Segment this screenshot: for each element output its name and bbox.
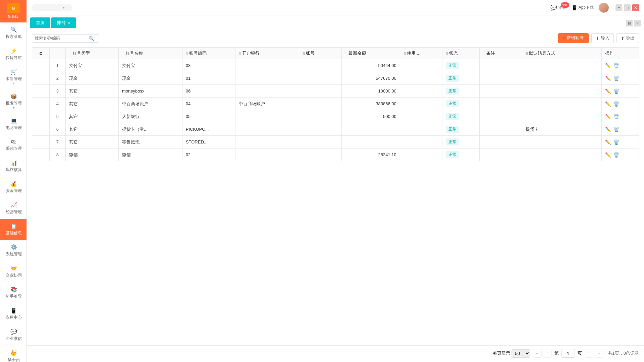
col-name[interactable]: ⇅账号名称	[118, 48, 182, 59]
col-remark[interactable]: ⇅备注	[480, 48, 522, 59]
col-default-payment[interactable]: ⇅默认结算方式	[522, 48, 601, 59]
message-button[interactable]: 💬 消息 99+	[550, 4, 567, 11]
delete-icon[interactable]: 🗑️	[613, 88, 619, 94]
close-button[interactable]: ✕	[632, 4, 639, 11]
col-bank[interactable]: ⇅开户银行	[235, 48, 299, 59]
row-remark	[480, 72, 522, 85]
row-settings-cell	[32, 123, 50, 136]
tab-close-all-button[interactable]: ✕	[634, 20, 641, 26]
retail-icon: 🛒	[10, 69, 17, 75]
col-action-label: 操作	[605, 51, 614, 56]
page-size-select[interactable]: 50 100 200	[512, 349, 530, 358]
col-balance[interactable]: ⇅最新余额	[341, 48, 400, 59]
system-icon: ⚙️	[10, 244, 17, 250]
edit-icon[interactable]: ✏️	[605, 101, 611, 107]
row-type: 其它	[65, 98, 118, 110]
status-badge: 正常	[446, 87, 459, 95]
delete-icon[interactable]: 🗑️	[613, 76, 619, 81]
col-bank-label: 开户银行	[242, 51, 260, 56]
search-box[interactable]: 🔍	[32, 34, 99, 43]
tab-accounts[interactable]: 账号 ✕	[51, 17, 76, 28]
row-type: 现金	[65, 72, 118, 85]
sidebar-item-ecommerce[interactable]: 💻 电商管理	[0, 114, 26, 135]
row-code: 01	[182, 72, 235, 85]
sidebar-item-ops[interactable]: 📈 经营管理	[0, 198, 26, 219]
app-logo[interactable]: 畅 乐版版	[0, 0, 26, 22]
row-default-payment	[522, 98, 601, 110]
row-num: 7	[50, 136, 65, 148]
col-account[interactable]: ⇅账号	[299, 48, 342, 59]
next-page-button[interactable]: ›	[585, 349, 593, 358]
maximize-button[interactable]: □	[624, 4, 631, 11]
status-badge: 正常	[446, 75, 459, 82]
tab-home[interactable]: 首页	[30, 17, 50, 28]
status-badge: 正常	[446, 100, 459, 107]
sidebar-item-quick-nav[interactable]: ⚡ 快捷导航	[0, 44, 26, 65]
delete-icon[interactable]: 🗑️	[613, 152, 619, 158]
sidebar-item-purchase[interactable]: 🛍 采购管理	[0, 135, 26, 156]
prev-page-button[interactable]: ‹	[543, 349, 552, 358]
sidebar-item-retail-mgmt[interactable]: 🛒 零售管理 ▼	[0, 65, 26, 89]
sidebar-item-search-menu[interactable]: 🔍 搜索菜单	[0, 22, 26, 44]
tab-accounts-label: 账号	[57, 20, 66, 26]
sidebar-item-basic-info[interactable]: 📋 基础信息	[0, 219, 26, 240]
app-download-button[interactable]: 📱 App下载	[572, 5, 594, 10]
edit-icon[interactable]: ✏️	[605, 88, 611, 94]
row-settings-cell	[32, 72, 50, 85]
edit-icon[interactable]: ✏️	[605, 114, 611, 119]
sidebar-item-label: 系统管理	[6, 251, 22, 257]
header-dropdown-icon[interactable]: ▼	[62, 6, 65, 9]
col-usage[interactable]: ⇅使用...	[400, 48, 442, 59]
delete-icon[interactable]: 🗑️	[613, 63, 619, 68]
sidebar-item-app-center[interactable]: 📱 应用中心	[0, 303, 26, 324]
import-button[interactable]: ⬇ 导入	[591, 33, 614, 43]
edit-icon[interactable]: ✏️	[605, 152, 611, 158]
col-type[interactable]: ⇅账号类型	[65, 48, 118, 59]
minimize-button[interactable]: －	[615, 4, 622, 11]
edit-icon[interactable]: ✏️	[605, 127, 611, 132]
col-status[interactable]: ⇅状态	[442, 48, 480, 59]
row-name: 微信	[118, 148, 182, 161]
edit-icon[interactable]: ✏️	[605, 76, 611, 81]
search-input[interactable]	[35, 36, 89, 41]
delete-icon[interactable]: 🗑️	[613, 114, 619, 119]
pagination-bar: 每页显示 50 100 200 « ‹ 第 页 › » 共1页，8条记录	[27, 345, 644, 361]
page-input[interactable]	[561, 349, 575, 358]
sidebar-item-capital[interactable]: 💰 资金管理	[0, 177, 26, 198]
search-icon[interactable]: 🔍	[89, 36, 94, 41]
col-settings[interactable]: ⚙	[32, 48, 50, 59]
sidebar-item-inventory[interactable]: 📊 库存核算	[0, 156, 26, 177]
last-page-button[interactable]: »	[595, 349, 603, 358]
sidebar-item-enterprise[interactable]: 🤝 企业协同	[0, 261, 26, 282]
header-search-input[interactable]	[35, 5, 62, 10]
status-badge: 正常	[446, 62, 459, 69]
first-page-button[interactable]: «	[533, 349, 542, 358]
delete-icon[interactable]: 🗑️	[613, 139, 619, 145]
edit-icon[interactable]: ✏️	[605, 63, 611, 68]
tab-close-icon[interactable]: ✕	[67, 21, 70, 25]
sidebar-item-membership[interactable]: 👑 畅会员	[0, 346, 26, 362]
user-avatar[interactable]	[599, 3, 609, 13]
edit-icon[interactable]: ✏️	[605, 139, 611, 145]
add-account-button[interactable]: + 新增账号	[558, 33, 589, 43]
export-button[interactable]: ⬆ 导出	[616, 33, 639, 43]
toolbar: 🔍 + 新增账号 ⬇ 导入 ⬆ 导出	[32, 33, 639, 43]
tab-restore-button[interactable]: ⊡	[626, 20, 633, 26]
row-balance: 547670.00	[341, 72, 400, 85]
tab-home-label: 首页	[36, 20, 45, 26]
sidebar-item-guide[interactable]: 📚 新手引导	[0, 282, 26, 303]
col-code[interactable]: ⇅账号编码	[182, 48, 235, 59]
row-usage	[400, 72, 442, 85]
message-badge: 99+	[561, 2, 569, 8]
row-type: 其它	[65, 110, 118, 123]
delete-icon[interactable]: 🗑️	[613, 101, 619, 107]
sidebar-item-system[interactable]: ⚙️ 系统管理	[0, 240, 26, 261]
delete-icon[interactable]: 🗑️	[613, 127, 619, 132]
row-usage	[400, 123, 442, 136]
sidebar-item-wholesale-mgmt[interactable]: 📦 批发管理 ▼	[0, 89, 26, 114]
row-num: 2	[50, 72, 65, 85]
header-search-box[interactable]: ▼	[32, 4, 72, 11]
sidebar-item-enterprise-wechat[interactable]: 💬 企业微信	[0, 324, 26, 346]
page-size-label: 每页显示	[493, 350, 510, 356]
col-usage-label: 使用...	[407, 51, 419, 56]
